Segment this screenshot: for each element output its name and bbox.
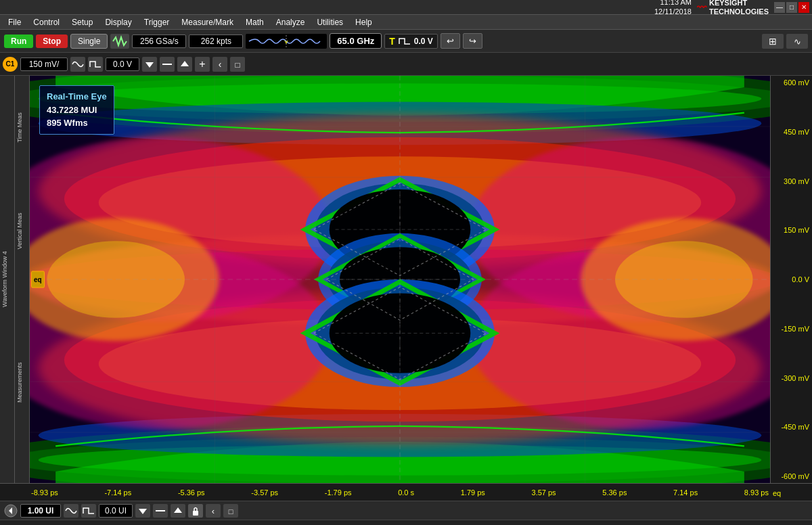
- x-label-n536: -5.36 ps: [178, 488, 205, 497]
- x-label-357: 3.57 ps: [532, 488, 556, 497]
- x-axis-eq: eq: [770, 486, 812, 499]
- sine-icon[interactable]: [70, 57, 85, 72]
- svg-text:‹: ‹: [219, 59, 222, 70]
- sample-rate-value: 256 GSa/s: [132, 35, 186, 48]
- bottom-down-icon[interactable]: [135, 504, 150, 518]
- square-icon[interactable]: [88, 57, 103, 72]
- status-bar: ⚙ Results (Measure All Edges) ···: [0, 520, 812, 525]
- trigger-voltage: 0.0 V: [414, 37, 433, 46]
- y-label-300: 300 mV: [773, 177, 809, 185]
- bottom-up-icon[interactable]: [171, 504, 185, 518]
- second-sidebar: Time Meas Vertical Meas Measurements: [15, 76, 30, 483]
- menu-item-setup[interactable]: Setup: [66, 16, 98, 28]
- svg-text:‹: ‹: [212, 506, 215, 516]
- x-axis-bar: -8.93 ps -7.14 ps -5.36 ps -3.57 ps -1.7…: [0, 483, 812, 501]
- channel-toolbar: Run Stop Single 256 GSa/s 262 kpts 65.0 …: [0, 30, 812, 53]
- x-label-n714: -7.14 ps: [104, 488, 131, 497]
- bottom-sine-icon[interactable]: [64, 504, 78, 518]
- menu-item-analyze[interactable]: Analyze: [271, 16, 311, 28]
- svg-text:∿: ∿: [794, 37, 801, 47]
- minimize-button[interactable]: —: [774, 2, 785, 13]
- trigger-wave-display: [246, 34, 327, 49]
- kpts-value: 262 kpts: [189, 35, 243, 48]
- title-bar: 11:13 AM 12/11/2018 〰 KEYSIGHT TECHNOLOG…: [0, 0, 812, 15]
- close-button[interactable]: ✕: [798, 2, 809, 13]
- x-label-536: 5.36 ps: [602, 488, 627, 497]
- info-box: Real-Time Eye 43.7228 MUI 895 Wfms: [39, 85, 114, 135]
- ui-value: 1.00 UI: [20, 504, 61, 518]
- x-label-n357: -3.57 ps: [251, 488, 278, 497]
- run-button[interactable]: Run: [4, 35, 33, 48]
- info-title: Real-Time Eye: [47, 90, 107, 104]
- waveform-area: Infiniium Real-Time Eye 43.7228 MUI 895 …: [30, 76, 770, 483]
- menu-item-math[interactable]: Math: [240, 16, 269, 28]
- y-label-0: 0.0 V: [773, 275, 809, 283]
- main-area: Waveform Window 4 Time Meas Vertical Mea…: [0, 76, 812, 483]
- x-label-893: 8.93 ps: [744, 488, 769, 497]
- trigger-section: T 0.0 V: [384, 34, 438, 49]
- add-channel-icon[interactable]: +: [195, 57, 210, 72]
- undo-button[interactable]: ↩: [441, 33, 460, 49]
- menu-item-display[interactable]: Display: [99, 16, 137, 28]
- svg-text:□: □: [229, 507, 233, 516]
- stop-button[interactable]: Stop: [36, 35, 68, 48]
- y-label-n450: -450 mV: [773, 423, 809, 431]
- single-button[interactable]: Single: [70, 34, 108, 49]
- bottom-square-icon[interactable]: [81, 504, 96, 518]
- offset-value: 0.0 V: [106, 58, 139, 71]
- maximize-button[interactable]: □: [786, 2, 797, 13]
- bottom-prev-icon[interactable]: ‹: [206, 504, 221, 518]
- y-label-n150: -150 mV: [773, 325, 809, 333]
- menu-bar: FileControlSetupDisplayTriggerMeasure/Ma…: [0, 15, 812, 30]
- offset-zero-icon[interactable]: [160, 57, 175, 72]
- y-axis: 600 mV 450 mV 300 mV 150 mV 0.0 V -150 m…: [770, 76, 812, 483]
- menu-item-help[interactable]: Help: [350, 16, 378, 28]
- vertical-scale: 150 mV/: [20, 58, 68, 71]
- prev-icon[interactable]: ‹: [212, 57, 227, 72]
- y-label-n600: -600 mV: [773, 472, 809, 480]
- prev-nav-icon[interactable]: [4, 504, 18, 518]
- sidebar-label-measurements: Measurements: [15, 282, 29, 483]
- expand-icon[interactable]: □: [230, 57, 245, 72]
- menu-item-utilities[interactable]: Utilities: [311, 16, 348, 28]
- channel-sub-toolbar: C1 150 mV/ 0.0 V + ‹ □: [0, 53, 812, 76]
- y-label-600: 600 mV: [773, 78, 809, 87]
- svg-rect-81: [193, 511, 198, 516]
- zoom-icon[interactable]: ⊞: [762, 34, 784, 49]
- y-label-150: 150 mV: [773, 226, 809, 234]
- left-sidebar: Waveform Window 4: [0, 76, 15, 483]
- frequency-value: 65.0 GHz: [330, 33, 382, 49]
- bottom-toolbar: 1.00 UI 0.0 UI ‹ □: [0, 501, 812, 520]
- brand-name: KEYSIGHT TECHNOLOGIES: [709, 0, 769, 16]
- x-label-0: 0.0 s: [398, 488, 414, 497]
- x-axis-labels: -8.93 ps -7.14 ps -5.36 ps -3.57 ps -1.7…: [30, 488, 770, 497]
- measure-icon[interactable]: ∿: [786, 34, 808, 49]
- info-value1: 43.7228 MUI: [47, 104, 107, 117]
- menu-item-file[interactable]: File: [3, 16, 26, 28]
- x-label-714: 7.14 ps: [673, 488, 698, 497]
- x-label-179: 1.79 ps: [461, 488, 485, 497]
- sidebar-label-vertical: Vertical Meas: [15, 179, 29, 283]
- ui-offset-value: 0.0 UI: [99, 504, 133, 518]
- sidebar-label-waveform: Waveform Window 4: [0, 76, 14, 483]
- bottom-lock-icon[interactable]: [188, 504, 203, 518]
- eye-diagram-svg: Infiniium: [30, 76, 770, 483]
- redo-button[interactable]: ↪: [463, 33, 482, 49]
- bottom-expand-icon[interactable]: □: [223, 504, 238, 518]
- svg-text:+: +: [199, 58, 205, 70]
- offset-up-icon[interactable]: [177, 57, 192, 72]
- window-controls[interactable]: — □ ✕: [774, 2, 809, 13]
- menu-item-measuremark[interactable]: Measure/Mark: [176, 16, 239, 28]
- svg-text:□: □: [235, 60, 240, 70]
- sidebar-label-time: Time Meas: [15, 76, 29, 179]
- offset-down-icon[interactable]: [142, 57, 157, 72]
- bottom-zero-icon[interactable]: [153, 504, 168, 518]
- brand: 〰 KEYSIGHT TECHNOLOGIES: [697, 0, 769, 16]
- menu-item-trigger[interactable]: Trigger: [139, 16, 175, 28]
- svg-text:⊞: ⊞: [769, 36, 777, 47]
- y-label-450: 450 mV: [773, 128, 809, 136]
- brand-wave-icon: 〰: [697, 2, 706, 13]
- x-label-n179: -1.79 ps: [325, 488, 352, 497]
- eq-button[interactable]: eq: [31, 271, 45, 288]
- menu-item-control[interactable]: Control: [28, 16, 65, 28]
